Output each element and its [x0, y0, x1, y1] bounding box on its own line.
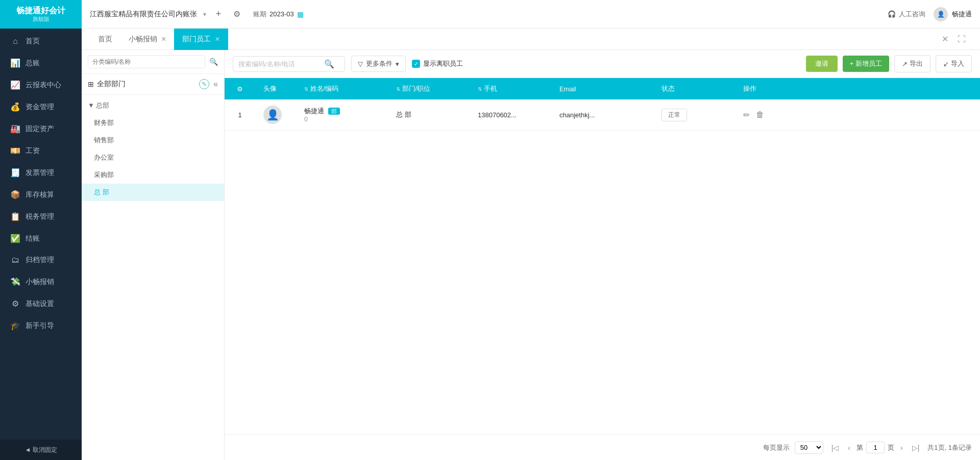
tab-dept-employee[interactable]: 部门员工 × [174, 29, 228, 50]
sidebar-item-label-ledger: 总账 [26, 59, 40, 68]
export-button[interactable]: ↗ 导出 [894, 55, 930, 72]
sidebar-item-label-inventory: 库存核算 [26, 190, 54, 199]
dept-general[interactable]: 总 部 [82, 184, 224, 201]
dept-collapse-icon[interactable]: « [213, 80, 218, 89]
tab-expand-window-button[interactable]: ⛶ [955, 33, 968, 46]
sidebar-item-label-funds: 资金管理 [26, 103, 54, 112]
all-dept-button[interactable]: ⊞ 全部部门 [88, 80, 126, 89]
sidebar-item-cloud-reports[interactable]: 📈 云报表中心 [0, 74, 82, 96]
sidebar-unpin[interactable]: ◄ 取消固定 [0, 440, 82, 460]
period-value: 2023-03 [270, 10, 294, 18]
page-number-input[interactable] [866, 442, 885, 453]
dept-edit-icon[interactable]: ✎ [199, 79, 209, 89]
col-email: Email [551, 78, 653, 99]
settings-icon[interactable]: ⚙ [231, 8, 243, 20]
dept-search-input[interactable] [88, 55, 205, 68]
edit-employee-button[interactable]: ✏ [743, 110, 750, 120]
sort-icon-dept: ⇅ [396, 86, 400, 92]
sort-icon-name: ⇅ [304, 86, 308, 92]
show-resigned-checkbox[interactable]: ✓ [412, 60, 420, 68]
first-page-button[interactable]: |◁ [828, 443, 842, 453]
import-button[interactable]: ↙ 导入 [936, 55, 972, 72]
archive-icon: 🗂 [10, 255, 20, 265]
checkout-icon: ✅ [10, 234, 20, 243]
show-resigned-toggle[interactable]: ✓ 显示离职员工 [412, 59, 463, 68]
add-account-button[interactable]: + [212, 8, 225, 20]
sidebar-item-checkout[interactable]: ✅ 结账 [0, 227, 82, 249]
employee-search-input[interactable] [238, 60, 320, 68]
last-page-button[interactable]: ▷| [909, 443, 923, 453]
row-index: 1 [225, 99, 255, 131]
sidebar-item-home[interactable]: ⌂ 首页 [0, 31, 82, 52]
col-settings[interactable]: ⚙ [225, 78, 255, 99]
delete-employee-button[interactable]: 🗑 [756, 110, 764, 119]
row-email: chanjethkj... [551, 99, 653, 131]
sidebar-item-funds[interactable]: 💰 资金管理 [0, 96, 82, 118]
sidebar-item-label-basic-settings: 基础设置 [26, 299, 54, 309]
more-filter-button[interactable]: ▽ 更多条件 ▾ [351, 56, 406, 72]
app-logo[interactable]: 畅捷通好会计 旗舰版 [0, 0, 82, 29]
dept-sales[interactable]: 销售部 [82, 132, 224, 149]
sidebar-item-inventory[interactable]: 📦 库存核算 [0, 184, 82, 206]
export-label: 导出 [910, 59, 923, 68]
sidebar-item-new-guide[interactable]: 🎓 新手引导 [0, 315, 82, 337]
dept-search-icon[interactable]: 🔍 [209, 58, 218, 66]
sidebar-item-salary[interactable]: 💴 工资 [0, 140, 82, 162]
toolbar-right-actions: 邀请 + 新增员工 ↗ 导出 ↙ 导入 [806, 55, 972, 72]
employee-table-body: 1 👤 畅捷通 部 0 总 部 138070602... chanjethkj.… [225, 99, 980, 131]
user-menu[interactable]: 👤 畅捷通 [934, 7, 972, 21]
tab-close-window-button[interactable]: ✕ [940, 32, 950, 46]
row-name-cell: 畅捷通 部 0 [296, 99, 388, 131]
sidebar-nav: ⌂ 首页 📊 总账 📈 云报表中心 💰 资金管理 🏭 固定资产 💴 工资 🧾 发… [0, 29, 82, 440]
sidebar-item-archive[interactable]: 🗂 归档管理 [0, 249, 82, 271]
col-name[interactable]: ⇅ 姓名/编码 [296, 78, 388, 99]
dept-finance[interactable]: 财务部 [82, 114, 224, 132]
employee-search-bar: 🔍 [233, 56, 345, 72]
calendar-icon[interactable]: ▦ [297, 10, 304, 18]
ledger-icon: 📊 [10, 58, 20, 68]
app-subtitle: 旗舰版 [33, 15, 50, 23]
filter-icon: ▽ [358, 60, 363, 68]
invoice-icon: 🧾 [10, 168, 20, 177]
next-page-button[interactable]: › [897, 443, 906, 453]
unpin-label: ◄ 取消固定 [24, 446, 57, 454]
pagination: 每页显示 50 20 100 |◁ ‹ 第 页 › ▷| 共1页, 1条记录 [225, 435, 980, 460]
import-label: 导入 [951, 59, 964, 68]
total-label: 共1页, 1条记录 [927, 443, 972, 452]
per-page-label: 每页显示 [763, 443, 790, 452]
tab-dept-employee-close[interactable]: × [215, 35, 219, 43]
sidebar-item-invoice[interactable]: 🧾 发票管理 [0, 162, 82, 184]
sidebar-item-fixed-assets[interactable]: 🏭 固定资产 [0, 118, 82, 140]
service-label: 人工咨询 [899, 10, 925, 19]
tab-home[interactable]: 首页 [90, 29, 120, 50]
user-avatar: 👤 [934, 7, 948, 21]
sidebar-item-xiaochang-expense[interactable]: 💸 小畅报销 [0, 271, 82, 293]
per-page-select[interactable]: 50 20 100 [795, 441, 823, 454]
prev-page-button[interactable]: ‹ [845, 443, 853, 453]
employee-code: 0 [304, 116, 340, 123]
page-label: 第 [856, 443, 863, 452]
dept-left-panel: 🔍 ⊞ 全部部门 ✎ « ▼ 总部财务部销售部办公室采购部总 部 [82, 50, 225, 460]
sidebar-item-ledger[interactable]: 📊 总账 [0, 52, 82, 74]
col-phone[interactable]: ⇅ 手机 [470, 78, 551, 99]
dept-office[interactable]: 办公室 [82, 149, 224, 166]
tab-xiaochang[interactable]: 小畅报销 × [120, 29, 174, 50]
sidebar-item-basic-settings[interactable]: ⚙ 基础设置 [0, 293, 82, 315]
employee-search-icon[interactable]: 🔍 [324, 59, 334, 69]
company-name: 江西服宝精品有限责任公司内账张 [90, 10, 197, 19]
sidebar-item-tax[interactable]: 📋 税务管理 [0, 206, 82, 227]
page-navigation: |◁ ‹ 第 页 › ▷| [828, 442, 923, 453]
add-employee-button[interactable]: + 新增员工 [843, 56, 889, 72]
row-status: 正常 [653, 99, 735, 131]
col-dept[interactable]: ⇅ 部门/职位 [388, 78, 470, 99]
tab-xiaochang-close[interactable]: × [161, 35, 166, 43]
home-icon: ⌂ [10, 37, 20, 46]
content-area: 首页 小畅报销 × 部门员工 × ✕ ⛶ 🔍 ⊞ 全部部门 [82, 29, 980, 460]
company-dropdown-icon[interactable]: ▾ [203, 11, 206, 18]
dept-purchase[interactable]: 采购部 [82, 166, 224, 184]
invite-button[interactable]: 邀请 [806, 56, 838, 72]
employee-right-panel: 🔍 ▽ 更多条件 ▾ ✓ 显示离职员工 邀请 + 新增员工 [225, 50, 980, 460]
dept-hq[interactable]: ▼ 总部 [82, 97, 224, 114]
service-button[interactable]: 🎧 人工咨询 [888, 10, 925, 19]
sidebar-item-label-cloud-reports: 云报表中心 [26, 81, 61, 90]
